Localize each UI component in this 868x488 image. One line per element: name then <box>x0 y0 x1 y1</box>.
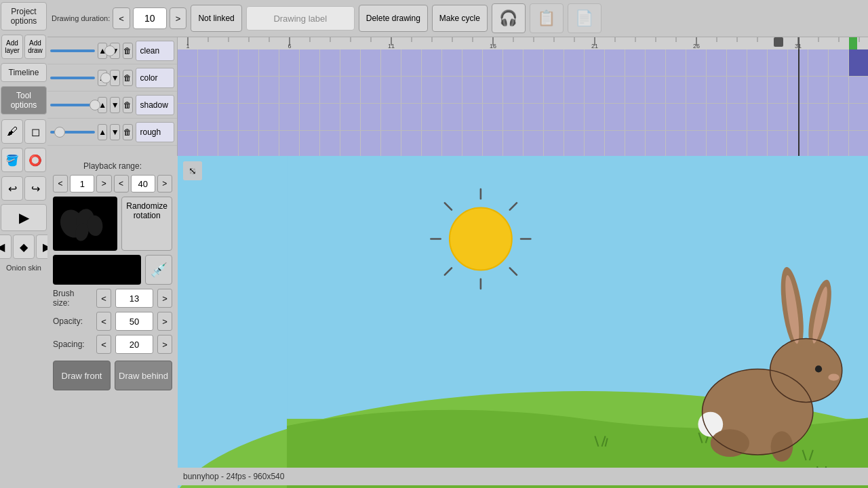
spacing-prev[interactable]: < <box>96 335 111 354</box>
clean-delete-button[interactable]: 🗑 <box>123 43 133 59</box>
drawing-label-field[interactable]: Drawing label <box>246 6 355 30</box>
brush-preview <box>53 197 117 251</box>
range-end-input[interactable] <box>131 175 155 192</box>
shadow-delete-button[interactable]: 🗑 <box>123 97 133 113</box>
draw-mode-row: Draw front Draw behind <box>53 361 172 390</box>
shadow-down-button[interactable]: ▼ <box>110 97 120 113</box>
color-down-button[interactable]: ▼ <box>110 70 120 86</box>
timeline-frames[interactable]: // drawn programmatically below 16111621… <box>178 37 868 156</box>
duration-next-button[interactable]: > <box>170 7 187 29</box>
collapse-button[interactable]: ⤡ <box>183 161 202 180</box>
draw-behind-button[interactable]: Draw behind <box>115 361 172 390</box>
range-start-prev[interactable]: < <box>53 175 68 192</box>
playhead-head <box>774 37 783 47</box>
play-button[interactable]: ▶ <box>1 204 47 231</box>
rough-delete-button[interactable]: 🗑 <box>123 124 133 140</box>
color-swatch[interactable] <box>53 255 141 285</box>
content-row: Playback range: < > < > <box>47 156 868 488</box>
eyedropper-button[interactable]: 💉 <box>145 255 172 285</box>
sidebar: Project options Addlayer Adddraw Timelin… <box>0 0 47 488</box>
spacing-input[interactable] <box>115 335 153 354</box>
svg-text:6: 6 <box>288 43 291 49</box>
bucket-tool-button[interactable]: 🪣 <box>1 148 23 172</box>
duration-label: Drawing duration: <box>52 14 110 22</box>
brush-size-prev[interactable]: < <box>96 289 111 308</box>
svg-text:26: 26 <box>693 43 700 49</box>
eraser-tool-button[interactable]: ◻ <box>24 119 46 144</box>
range-end-prev[interactable]: < <box>114 175 129 192</box>
rough-slider-thumb[interactable] <box>54 127 65 138</box>
svg-point-86 <box>828 374 839 381</box>
brush-size-row: Brush size: < > <box>53 289 172 308</box>
color-row: 💉 <box>53 255 172 285</box>
sidebar-project-options[interactable]: Project options <box>1 2 47 30</box>
clean-slider-thumb[interactable] <box>104 45 115 56</box>
svg-text:11: 11 <box>388 43 395 49</box>
color-delete-button[interactable]: 🗑 <box>123 70 133 86</box>
range-start-input[interactable] <box>70 175 94 192</box>
svg-text:1: 1 <box>186 43 189 49</box>
rough-up-button[interactable]: ▲ <box>98 124 108 140</box>
spacing-row: Spacing: < > <box>53 335 172 354</box>
duration-input[interactable] <box>133 7 167 29</box>
randomize-rotation-button[interactable]: Randomize rotation <box>121 197 172 251</box>
svg-point-85 <box>815 365 822 372</box>
tool-options-panel: Playback range: < > < > <box>47 156 178 488</box>
shadow-slider-thumb[interactable] <box>90 100 100 110</box>
color-slider-thumb[interactable] <box>100 73 111 83</box>
brush-size-input[interactable] <box>115 289 153 308</box>
copy-icon[interactable]: 📋 <box>530 3 564 33</box>
green-marker <box>849 37 857 49</box>
playhead-line-top <box>798 37 800 49</box>
redo-button[interactable]: ↪ <box>24 176 46 201</box>
range-end-next[interactable]: > <box>157 175 172 192</box>
draw-front-button[interactable]: Draw front <box>53 361 111 390</box>
opacity-next[interactable]: > <box>157 312 172 331</box>
not-linked-button[interactable]: Not linked <box>191 5 241 32</box>
timeline-layers: ▲ ▼ 🗑 clean ▲ ▼ 🗑 color ▲ <box>47 37 178 156</box>
svg-text:16: 16 <box>490 43 496 49</box>
lasso-tool-button[interactable]: ⭕ <box>24 148 46 172</box>
brush-tool-button[interactable]: 🖌 <box>1 119 23 144</box>
brush-size-next[interactable]: > <box>157 289 172 308</box>
timeline-area: ▲ ▼ 🗑 clean ▲ ▼ 🗑 color ▲ <box>47 37 868 156</box>
rough-frame-track <box>178 131 868 156</box>
delete-drawing-button[interactable]: Delete drawing <box>359 5 428 32</box>
opacity-prev[interactable]: < <box>96 312 111 331</box>
svg-point-70 <box>450 208 512 270</box>
headphones-icon[interactable]: 🎧 <box>492 3 526 33</box>
clean-layer-name: clean <box>136 41 174 61</box>
canvas-status: bunnyhop - 24fps - 960x540 <box>178 468 868 485</box>
add-drawing-button[interactable]: Adddraw <box>24 35 46 59</box>
undo-button[interactable]: ↩ <box>1 176 23 201</box>
sidebar-tool-options[interactable]: Tool options <box>1 86 47 115</box>
opacity-label: Opacity: <box>53 317 92 326</box>
playback-range-row: < > < > <box>53 175 172 192</box>
svg-text:21: 21 <box>591 43 598 49</box>
color-layer-name: color <box>136 68 174 88</box>
prev-frame-button[interactable]: ◀ <box>0 235 12 259</box>
layer-row-rough: ▲ ▼ 🗑 rough <box>47 119 177 146</box>
clean-frame-track <box>178 49 868 77</box>
duration-prev-button[interactable]: < <box>113 7 130 29</box>
frames-ruler: // drawn programmatically below 16111621… <box>178 37 868 49</box>
layer-row-color: ▲ ▼ 🗑 color <box>47 64 177 92</box>
canvas-area[interactable]: ⤢ ⤡ Frame: 31/40 Zoom: 100% Rotation: 0°… <box>178 156 868 488</box>
spacing-label: Spacing: <box>53 340 92 349</box>
onion-skin-label: Onion skin <box>1 264 46 272</box>
brush-preview-row: Randomize rotation <box>53 197 172 251</box>
layer-row-shadow: ▲ ▼ 🗑 shadow <box>47 92 177 119</box>
add-layer-button[interactable]: Addlayer <box>1 35 23 59</box>
opacity-input[interactable] <box>115 312 153 331</box>
rough-down-button[interactable]: ▼ <box>110 124 120 140</box>
paste-icon[interactable]: 📄 <box>568 3 601 33</box>
spacing-next[interactable]: > <box>157 335 172 354</box>
main-area: Drawing duration: < > Not linked Drawing… <box>47 0 868 488</box>
keyframe-button[interactable]: ◆ <box>13 235 35 259</box>
shadow-layer-name: shadow <box>136 95 174 115</box>
range-start-next[interactable]: > <box>96 175 111 192</box>
sidebar-timeline[interactable]: Timeline <box>1 63 47 82</box>
make-cycle-button[interactable]: Make cycle <box>432 5 488 32</box>
opacity-row: Opacity: < > <box>53 312 172 331</box>
svg-point-89 <box>711 429 749 457</box>
